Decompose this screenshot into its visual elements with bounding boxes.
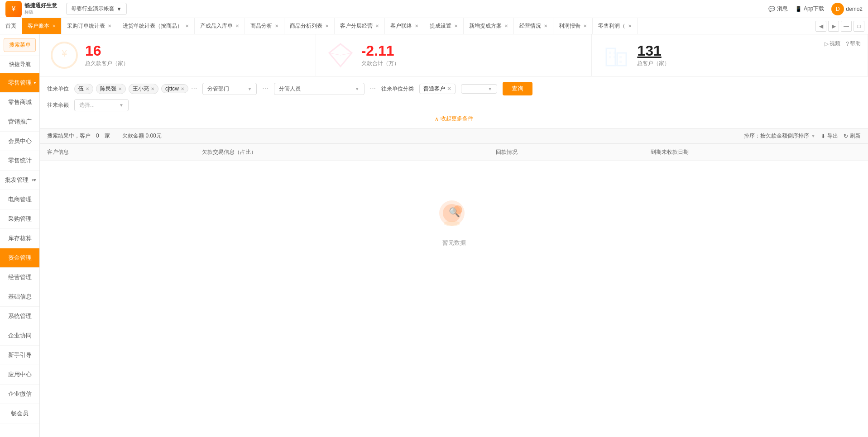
sidebar-item-system[interactable]: 系统管理	[0, 307, 39, 326]
results-prefix: 搜索结果中，客户	[47, 133, 91, 139]
sort-dropdown[interactable]: 排序：按欠款金额倒序排序 ▼	[744, 132, 815, 140]
nav-tabs: 首页 客户账本 ✕ 采购订单统计表 ✕ 进货单统计表（按商品） ✕ 产成品入库单…	[0, 18, 868, 34]
tab-profit-report-label: 利润报告	[559, 22, 580, 30]
results-info: 搜索结果中，客户0家 欠款金额 0.00元	[47, 132, 173, 140]
sidebar-item-membership[interactable]: 畅会员	[0, 404, 39, 423]
tab-goods-analysis[interactable]: 商品分析 ✕	[245, 18, 284, 34]
sidebar-item-finance[interactable]: 资金管理	[0, 248, 39, 268]
tab-customer-contact-label: 客户联络	[390, 22, 412, 30]
nav-prev-btn[interactable]: ◀	[815, 21, 826, 32]
stat-block-debt-amount: -2.11 欠款合计（万）	[316, 34, 592, 76]
close-operations[interactable]: ✕	[544, 24, 547, 28]
unit-tags-more[interactable]: ···	[191, 85, 197, 93]
nav-next-btn[interactable]: ▶	[828, 21, 839, 32]
refresh-label: 刷新	[850, 132, 861, 140]
message-btn[interactable]: 💬 消息	[768, 5, 788, 13]
tab-profit-report[interactable]: 利润报告 ✕	[553, 18, 593, 34]
svg-rect-9	[609, 56, 611, 58]
search-menu-btn[interactable]: 搜索菜单	[4, 38, 36, 52]
tab-goods-stat[interactable]: 进货单统计表（按商品） ✕	[117, 18, 195, 34]
sort-arrow-icon: ▼	[811, 133, 815, 138]
close-retail-profit[interactable]: ✕	[628, 24, 632, 28]
export-btn[interactable]: ⬇ 导出	[821, 132, 838, 140]
sidebar-item-retail-stat[interactable]: 零售统计	[0, 151, 39, 171]
tab-customer-tier[interactable]: 客户分层经营 ✕	[335, 18, 385, 34]
tab-customer-contact[interactable]: 客户联络 ✕	[385, 18, 424, 34]
app-download-btn[interactable]: 📱 App下载	[795, 5, 824, 13]
tab-purchase-order[interactable]: 采购订单统计表 ✕	[62, 18, 117, 34]
sidebar-item-member[interactable]: 会员中心	[0, 132, 39, 151]
svg-rect-10	[614, 56, 616, 58]
close-finished-goods[interactable]: ✕	[235, 24, 239, 28]
message-icon: 💬	[768, 6, 775, 12]
category-dropdown[interactable]: ▼	[461, 84, 497, 94]
tab-retail-profit-label: 零售利润（	[598, 22, 625, 30]
sidebar-wechat-label: 企业微信	[8, 390, 32, 398]
refresh-btn[interactable]: ↻ 刷新	[844, 132, 861, 140]
col-debt-info: 欠款交易信息（占比）	[195, 144, 489, 161]
remove-wang-btn[interactable]: ✕	[151, 86, 154, 91]
company-selector[interactable]: 母婴行业演示帐套 ▼	[66, 3, 127, 15]
sidebar-item-inventory[interactable]: 库存核算	[0, 229, 39, 248]
unit-filter-tags: 伍 ✕ 陈民强 ✕ 王小亮 ✕ cjttcw ✕ ···	[74, 84, 197, 94]
remove-category-btn[interactable]: ✕	[447, 86, 451, 92]
close-customer-tier[interactable]: ✕	[375, 24, 379, 28]
tab-goods-analysis-list[interactable]: 商品分析列表 ✕	[284, 18, 335, 34]
sidebar-item-marketing[interactable]: 营销推广	[0, 112, 39, 132]
tab-retail-profit[interactable]: 零售利润（ ✕	[593, 18, 638, 34]
tab-operations[interactable]: 经营情况 ✕	[514, 18, 553, 34]
nav-minimize-btn[interactable]: —	[841, 21, 852, 32]
remove-chen-btn[interactable]: ✕	[118, 86, 122, 91]
close-goods-stat[interactable]: ✕	[185, 24, 189, 28]
close-goods-analysis[interactable]: ✕	[275, 24, 278, 28]
data-table: 客户信息 欠款交易信息（占比） 回款情况 到期未收款日期	[40, 144, 868, 161]
sidebar-item-retail-mall[interactable]: 零售商城	[0, 93, 39, 112]
dept-filter-select[interactable]: 分管部门 ▼	[202, 83, 257, 95]
sidebar-item-basic-info[interactable]: 基础信息	[0, 287, 39, 307]
sidebar-item-enterprise[interactable]: 企业协同	[0, 326, 39, 346]
sidebar-enterprise-label: 企业协同	[8, 332, 32, 340]
sidebar-item-tutorial[interactable]: 新手引导	[0, 346, 39, 365]
remove-cjttcw-btn[interactable]: ✕	[181, 86, 184, 91]
query-btn[interactable]: 查询	[503, 82, 532, 95]
top-bar-right: 💬 消息 📱 App下载 D demo2	[768, 3, 863, 15]
sidebar-item-app-center[interactable]: 应用中心	[0, 365, 39, 385]
tab-new-commission[interactable]: 新增提成方案 ✕	[464, 18, 514, 34]
close-commission-settings[interactable]: ✕	[454, 24, 458, 28]
collapse-btn[interactable]: ∧ 收起更多条件	[435, 115, 473, 123]
tab-finished-goods[interactable]: 产成品入库单 ✕	[195, 18, 245, 34]
tab-customer-ledger[interactable]: 客户账本 ✕	[22, 18, 62, 34]
sidebar-item-ecommerce[interactable]: 电商管理	[0, 190, 39, 209]
video-btn[interactable]: ▷ 视频	[825, 40, 840, 48]
tab-commission-settings[interactable]: 提成设置 ✕	[424, 18, 464, 34]
help-btn[interactable]: ? 帮助	[846, 40, 861, 48]
balance-filter-select[interactable]: 选择... ▼	[74, 99, 129, 111]
filter-row-2: 往来余额 选择... ▼	[47, 99, 861, 111]
company-arrow: ▼	[116, 6, 122, 12]
person-more-icon[interactable]: ···	[370, 85, 376, 93]
customer-unit: 家	[105, 133, 110, 139]
close-customer-contact[interactable]: ✕	[415, 24, 418, 28]
sidebar-item-wechat[interactable]: 企业微信	[0, 385, 39, 404]
nav-maximize-btn[interactable]: □	[854, 21, 864, 32]
empty-icon: 🔍	[436, 197, 472, 233]
dept-more-icon[interactable]: ···	[262, 85, 268, 93]
wholesale-arrow-icon: ▼	[31, 178, 35, 182]
tab-goods-analysis-list-label: 商品分析列表	[290, 22, 322, 30]
close-goods-analysis-list[interactable]: ✕	[325, 24, 329, 28]
sidebar-item-retail[interactable]: 零售管理	[0, 73, 39, 93]
sidebar-item-management[interactable]: 经营管理	[0, 268, 39, 287]
sidebar-item-purchase[interactable]: 采购管理	[0, 209, 39, 229]
sidebar-quick-nav[interactable]: 快捷导航	[0, 56, 39, 73]
close-profit-report[interactable]: ✕	[583, 24, 587, 28]
close-purchase-order[interactable]: ✕	[108, 24, 111, 28]
close-new-commission[interactable]: ✕	[504, 24, 508, 28]
sidebar-tutorial-label: 新手引导	[8, 351, 32, 359]
person-filter-select[interactable]: 分管人员 ▼	[274, 83, 364, 95]
sidebar-item-wholesale[interactable]: 批发管理 ▼	[0, 171, 39, 190]
remove-wu-btn[interactable]: ✕	[86, 86, 89, 91]
close-customer-ledger[interactable]: ✕	[52, 24, 56, 28]
user-menu[interactable]: D demo2	[831, 3, 863, 15]
tab-home[interactable]: 首页	[0, 18, 22, 34]
tab-goods-analysis-label: 商品分析	[250, 22, 272, 30]
